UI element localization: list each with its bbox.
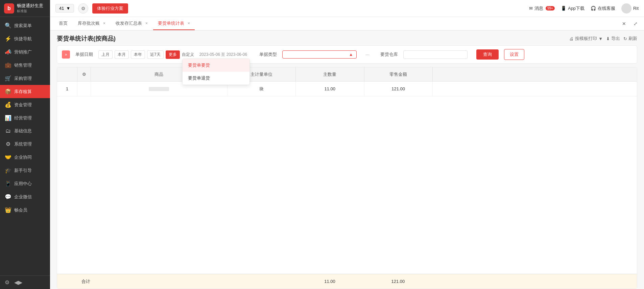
date-btn-this-year[interactable]: 本年 xyxy=(131,50,145,59)
purchase-icon: 🛒 xyxy=(5,75,11,82)
tab-label: 库存批次账 xyxy=(78,20,100,26)
tab-bar: 首页库存批次账×收发存汇总表×要货单统计表× ✕ ⤢ xyxy=(50,17,644,30)
export-action[interactable]: ⬇ 导出 xyxy=(606,36,620,42)
user-avatar-action[interactable]: Rit xyxy=(621,3,639,14)
col-index xyxy=(57,67,77,81)
type-filter-select[interactable]: ▲ xyxy=(282,50,357,59)
tab-label: 收发存汇总表 xyxy=(116,20,142,26)
query-button[interactable]: 查询 xyxy=(476,49,499,60)
filter-settings-button[interactable]: 设置 xyxy=(504,49,524,60)
sidebar-item-guide[interactable]: 🎓新手引导 xyxy=(0,164,50,177)
quick-icon: ⚡ xyxy=(5,36,11,42)
export-icon: ⬇ xyxy=(606,36,610,41)
page-title: 要货单统计表(按商品) xyxy=(57,35,116,43)
sidebar-item-wechat[interactable]: 💬企业微信 xyxy=(0,190,50,203)
warehouse-filter-label: 要货仓库 xyxy=(380,51,398,58)
promo-button[interactable]: 体验行业方案 xyxy=(92,3,128,14)
print-icon: 🖨 xyxy=(569,36,574,41)
expand-tab-button[interactable]: ⤢ xyxy=(631,19,640,28)
refresh-action[interactable]: ↻ 刷新 xyxy=(623,36,637,42)
footer-product-cell xyxy=(91,274,228,289)
col-settings[interactable]: ⚙ xyxy=(77,67,91,81)
sidebar-item-corp[interactable]: 🤝企业协同 xyxy=(0,151,50,164)
sidebar-item-label: 畅会员 xyxy=(14,207,27,213)
sidebar-item-label: 应用中心 xyxy=(14,181,32,187)
sidebar-item-member[interactable]: 👑畅会员 xyxy=(0,203,50,217)
member-icon: 👑 xyxy=(5,207,11,213)
table-footer: 合计 11.00 121.00 xyxy=(57,274,637,289)
message-icon: ✉ xyxy=(529,6,533,11)
sidebar-item-quick[interactable]: ⚡快捷导航 xyxy=(0,32,50,45)
tab-close-icon[interactable]: × xyxy=(188,21,190,26)
sidebar-item-operation[interactable]: 📊经营管理 xyxy=(0,111,50,125)
date-btn-this-month[interactable]: 本月 xyxy=(115,50,129,59)
sidebar-item-label: 快捷导航 xyxy=(14,36,32,42)
filter-bar: » 单据日期 上月 本月 本年 近7天 更多 自定义 2023-05-06 至 … xyxy=(57,45,637,64)
inventory-icon: 📦 xyxy=(5,88,11,95)
date-filter-label: 单据日期 xyxy=(75,51,93,58)
collapse-icon[interactable]: ◀▶ xyxy=(14,279,22,286)
close-all-tab-button[interactable]: ✕ xyxy=(620,19,628,28)
logo-icon: b xyxy=(4,3,14,14)
sidebar-item-purchase[interactable]: 🛒采购管理 xyxy=(0,72,50,85)
sidebar-item-label: 营销推广 xyxy=(14,49,32,55)
header-left: 41 ▼ ⚙ 体验行业方案 xyxy=(55,3,128,14)
sidebar-item-base[interactable]: 🗂基础信息 xyxy=(0,125,50,137)
table-header: ⚙ 商品 主计量单位 主数量 零售金额 xyxy=(57,67,637,82)
tab-close-icon[interactable]: × xyxy=(103,21,105,26)
tab-selector[interactable]: 41 ▼ xyxy=(55,4,74,13)
app-download-action[interactable]: 📱 App下载 xyxy=(561,5,585,12)
cell-settings xyxy=(77,82,91,96)
tab-request[interactable]: 要货单统计表× xyxy=(153,17,195,30)
message-action[interactable]: ✉ 消息 99+ xyxy=(529,5,555,12)
sidebar-item-label: 资金管理 xyxy=(14,102,32,108)
message-badge: 99+ xyxy=(546,6,555,10)
page-actions: 🖨 按模板打印 ▼ ⬇ 导出 ↻ 刷新 xyxy=(569,36,637,42)
cell-amount: 121.00 xyxy=(364,82,433,96)
settings-icon[interactable]: ⚙ xyxy=(5,279,9,286)
dropdown-item-yaohuo[interactable]: 要货单要货 xyxy=(183,59,249,72)
message-label: 消息 xyxy=(534,5,543,12)
tab-selector-value: 41 xyxy=(59,6,64,11)
sidebar-item-finance[interactable]: 💰资金管理 xyxy=(0,98,50,111)
warehouse-filter-input[interactable] xyxy=(403,50,468,59)
sidebar-item-sales[interactable]: 💼销售管理 xyxy=(0,59,50,72)
app-icon: 📱 xyxy=(5,180,11,187)
col-amount-header: 零售金额 xyxy=(364,67,433,81)
sidebar: b 畅捷通好生意 标准版 🔍搜索菜单⚡快捷导航📣营销推广💼销售管理🛒采购管理📦库… xyxy=(0,0,50,289)
date-btn-more[interactable]: 更多 xyxy=(166,50,180,59)
tab-close-icon[interactable]: × xyxy=(145,21,148,26)
type-filter-more-icon[interactable]: ··· xyxy=(365,52,369,57)
filter-expand-button[interactable]: » xyxy=(62,50,70,59)
sidebar-item-search[interactable]: 🔍搜索菜单 xyxy=(0,19,50,32)
type-dropdown: 要货单要货要货单退货 xyxy=(182,59,250,85)
type-filter-label: 单据类型 xyxy=(259,51,277,58)
date-shortcuts: 上月 本月 本年 近7天 更多 自定义 xyxy=(98,50,194,59)
sidebar-item-label: 采购管理 xyxy=(14,75,32,82)
sidebar-menu: 🔍搜索菜单⚡快捷导航📣营销推广💼销售管理🛒采购管理📦库存核算💰资金管理📊经营管理… xyxy=(0,17,50,275)
tab-receivable[interactable]: 收发存汇总表× xyxy=(111,17,152,30)
tab-batch[interactable]: 库存批次账× xyxy=(73,17,110,30)
date-btn-7days[interactable]: 近7天 xyxy=(147,50,164,59)
cell-qty: 11.00 xyxy=(296,82,364,96)
print-action[interactable]: 🖨 按模板打印 ▼ xyxy=(569,36,603,42)
sidebar-bottom: ⚙ ◀▶ xyxy=(0,275,50,289)
tab-bar-actions: ✕ ⤢ xyxy=(620,19,640,28)
export-label: 导出 xyxy=(611,36,620,42)
date-custom-btn[interactable]: 自定义 xyxy=(182,52,194,58)
sidebar-item-inventory[interactable]: 📦库存核算 xyxy=(0,85,50,98)
tab-home[interactable]: 首页 xyxy=(54,17,72,30)
online-service-action[interactable]: 🎧 在线客服 xyxy=(591,5,615,12)
date-btn-prev-month[interactable]: 上月 xyxy=(98,50,113,59)
footer-qty-cell: 11.00 xyxy=(296,274,364,289)
cell-index: 1 xyxy=(57,82,77,96)
gear-button[interactable]: ⚙ xyxy=(78,3,88,14)
sidebar-item-app[interactable]: 📱应用中心 xyxy=(0,177,50,190)
finance-icon: 💰 xyxy=(5,102,11,108)
sales-icon: 💼 xyxy=(5,62,11,68)
header-right: ✉ 消息 99+ 📱 App下载 🎧 在线客服 Rit xyxy=(529,3,639,14)
sidebar-item-marketing[interactable]: 📣营销推广 xyxy=(0,45,50,59)
sidebar-item-system[interactable]: ⚙系统管理 xyxy=(0,137,50,151)
phone-icon: 📱 xyxy=(561,6,566,11)
dropdown-item-tuihuo[interactable]: 要货单退货 xyxy=(183,72,249,85)
